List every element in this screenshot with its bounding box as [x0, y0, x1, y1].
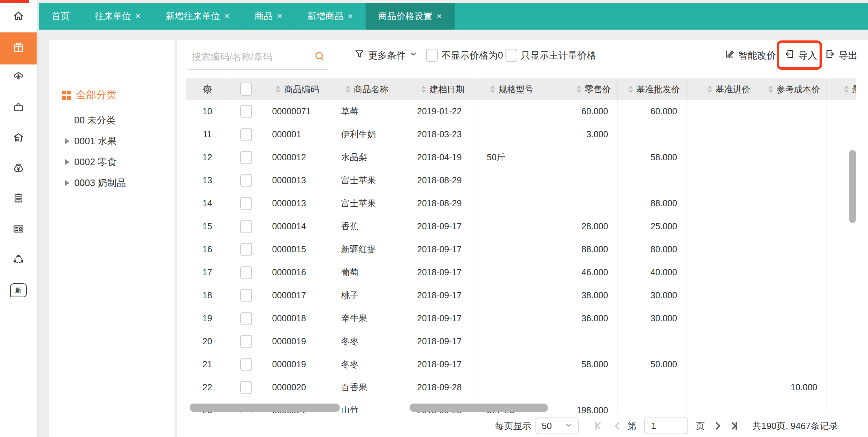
sidebar-item-finance[interactable] [0, 153, 37, 184]
expand-arrow-icon[interactable] [65, 159, 69, 165]
vertical-scrollbar[interactable] [849, 150, 856, 223]
cell-check[interactable] [229, 330, 263, 353]
column-header-wholesale[interactable]: 基准批发价 [617, 78, 686, 100]
sidebar-item-network[interactable] [0, 245, 37, 275]
hide-zero-price-checkbox[interactable]: 不显示价格为0 [426, 49, 503, 62]
sort-arrows-icon[interactable] [707, 85, 712, 93]
checkbox-icon[interactable] [505, 49, 517, 62]
page-number-input[interactable]: 1 [644, 417, 688, 434]
cell-check[interactable] [229, 192, 263, 215]
sidebar-item-purchase[interactable] [0, 93, 37, 123]
cell-check[interactable] [229, 146, 263, 169]
sort-arrows-icon[interactable] [490, 85, 495, 93]
column-header-check[interactable] [229, 78, 263, 100]
close-icon[interactable]: × [348, 11, 353, 22]
sidebar-item-warehouse[interactable] [0, 123, 37, 154]
sidebar-item-new[interactable]: 新 [0, 275, 37, 306]
cell-check[interactable] [229, 353, 263, 376]
category-item-unclassified[interactable]: 00 未分类 [49, 110, 174, 131]
search-icon[interactable] [314, 50, 326, 63]
cell-purchase [686, 238, 757, 261]
search-input[interactable]: 搜索编码/名称/条码 [188, 45, 328, 70]
page-size-select[interactable]: 50 [535, 417, 579, 434]
tab-goods[interactable]: 商品× [242, 3, 295, 30]
column-header-cost[interactable]: 参考成本价 [757, 78, 827, 100]
sidebar-item-home[interactable] [0, 1, 37, 32]
close-icon[interactable]: × [437, 11, 442, 22]
sort-arrows-icon[interactable] [345, 85, 350, 93]
sort-arrows-icon[interactable] [421, 85, 426, 93]
tab-add-partner[interactable]: 新增往来单位× [153, 3, 242, 30]
close-icon[interactable]: × [224, 11, 229, 22]
row-checkbox[interactable] [240, 105, 252, 118]
row-checkbox[interactable] [240, 335, 252, 348]
select-all-checkbox[interactable] [240, 83, 252, 96]
cell-check[interactable] [229, 238, 263, 261]
tab-price-settings[interactable]: 商品价格设置× [366, 3, 455, 30]
row-checkbox[interactable] [240, 243, 252, 256]
cell-purchase [686, 261, 757, 284]
tab-home[interactable]: 首页 [39, 3, 82, 30]
main-unit-only-checkbox[interactable]: 只显示主计量价格 [505, 49, 596, 62]
column-header-spec[interactable]: 规格型号 [478, 78, 546, 100]
column-header-date[interactable]: 建档日期 [408, 78, 478, 100]
row-checkbox[interactable] [240, 289, 252, 302]
gear-icon[interactable] [202, 84, 213, 95]
tab-partners[interactable]: 往来单位× [82, 3, 153, 30]
column-header-index[interactable] [186, 78, 229, 100]
sort-arrows-icon[interactable] [844, 85, 849, 93]
sort-arrows-icon[interactable] [628, 85, 633, 93]
close-icon[interactable]: × [277, 11, 282, 22]
smart-reprice-button[interactable]: 智能改价 [724, 49, 776, 62]
column-header-name[interactable]: 商品名称 [332, 78, 402, 100]
cell-check[interactable] [229, 215, 263, 238]
cell-spec: 50斤 [478, 146, 546, 169]
cell-spec [478, 169, 546, 192]
cell-check[interactable] [229, 284, 263, 307]
category-item-fruit[interactable]: 0001 水果 [49, 131, 174, 152]
more-filters-button[interactable]: 更多条件 [354, 49, 418, 62]
sort-arrows-icon[interactable] [276, 85, 281, 93]
close-icon[interactable]: × [135, 11, 140, 22]
cell-check[interactable] [229, 261, 263, 284]
row-checkbox[interactable] [240, 151, 252, 164]
sidebar-item-sales[interactable] [0, 62, 37, 93]
cell-check[interactable] [229, 307, 263, 330]
expand-arrow-icon[interactable] [65, 180, 69, 186]
sidebar-item-report[interactable] [0, 184, 37, 214]
category-item-snacks[interactable]: 0002 零食 [49, 152, 174, 172]
column-header-purchase[interactable]: 基准进价 [686, 78, 757, 100]
sort-arrows-icon[interactable] [768, 85, 773, 93]
horizontal-scrollbar-main[interactable] [410, 404, 548, 412]
row-checkbox[interactable] [240, 197, 252, 210]
row-checkbox[interactable] [240, 266, 252, 279]
next-page-button[interactable] [713, 417, 723, 434]
row-checkbox[interactable] [240, 381, 252, 394]
checkbox-icon[interactable] [426, 49, 438, 62]
sort-arrows-icon[interactable] [577, 85, 581, 93]
row-checkbox[interactable] [240, 312, 252, 325]
row-checkbox[interactable] [240, 128, 252, 141]
sidebar-item-accounts[interactable] [0, 214, 37, 245]
export-button[interactable]: 导出 [825, 49, 858, 62]
prev-page-button[interactable] [612, 417, 623, 434]
horizontal-scrollbar-left[interactable] [190, 404, 340, 412]
cell-retail: 38.000 [546, 284, 617, 307]
cell-check[interactable] [229, 376, 263, 399]
row-checkbox[interactable] [240, 358, 252, 371]
sidebar-item-goods[interactable] [0, 32, 37, 64]
cell-check[interactable] [229, 169, 263, 192]
row-checkbox[interactable] [240, 174, 252, 187]
column-header-extra[interactable]: 最 [827, 78, 856, 100]
tab-add-goods[interactable]: 新增商品× [295, 3, 366, 30]
cell-check[interactable] [229, 123, 263, 146]
first-page-button[interactable] [593, 417, 603, 434]
expand-arrow-icon[interactable] [65, 138, 69, 144]
category-item-dairy[interactable]: 0003 奶制品 [49, 172, 174, 193]
cell-check[interactable] [229, 100, 263, 123]
column-header-retail[interactable]: 零售价 [546, 78, 617, 100]
cell-name: 葡萄 [332, 261, 402, 284]
column-header-code[interactable]: 商品编码 [263, 78, 332, 100]
row-checkbox[interactable] [240, 220, 252, 233]
last-page-button[interactable] [729, 417, 740, 434]
